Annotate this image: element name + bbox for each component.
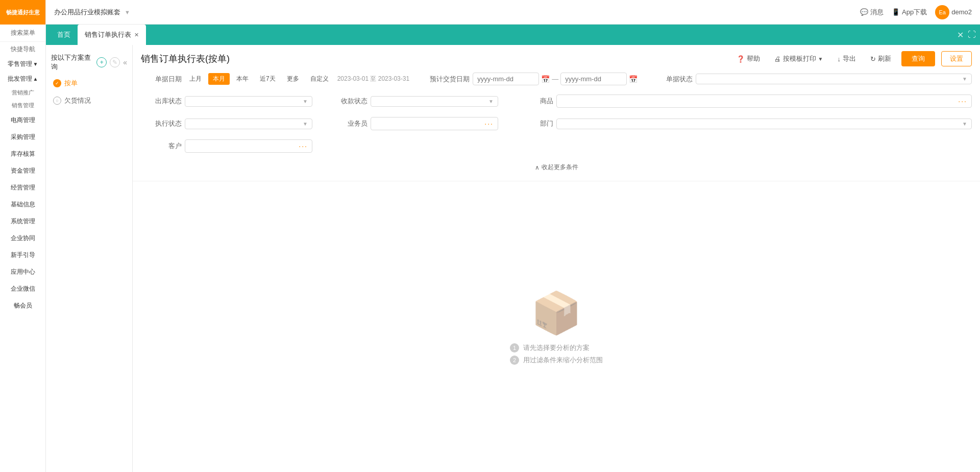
app-download-button[interactable]: 📱 App下载 [892, 8, 927, 17]
date-btn-7days[interactable]: 近7天 [255, 73, 280, 85]
sidebar-item-guide[interactable]: 新手引导 [0, 247, 45, 264]
goods-label: 商品 [512, 97, 553, 106]
page-title: 销售订单执行表(按单) [141, 53, 230, 65]
sidebar-item-sales[interactable]: 销售管理 [0, 99, 45, 112]
tab-sales-order[interactable]: 销售订单执行表 ✕ [78, 25, 146, 45]
export-button[interactable]: ↓ 导出 [834, 52, 861, 65]
sidebar-item-finance[interactable]: 资金管理 [0, 162, 45, 179]
date-btn-current-year[interactable]: 本年 [232, 73, 253, 85]
empty-tip-2: 2 用过滤条件来缩小分析范围 [510, 356, 603, 365]
order-status-chevron-icon: ▼ [962, 76, 967, 82]
sidebar-item-apps[interactable]: 应用中心 [0, 264, 45, 280]
sidebar-search[interactable]: 搜索菜单 [0, 25, 45, 42]
tab-close-icon[interactable]: ✕ [134, 32, 139, 38]
sidebar-item-operations[interactable]: 经营管理 [0, 179, 45, 196]
sidebar-nav-label[interactable]: 快捷导航 [0, 42, 45, 57]
salesperson-label: 业务员 [327, 119, 368, 128]
expected-date-input-group: 📅 — 📅 [473, 73, 638, 85]
sidebar-item-ecommerce[interactable]: 电商管理 [0, 112, 45, 129]
breadcrumb-arrow-icon[interactable]: ▼ [125, 9, 130, 15]
date-range-display: 2023-03-01 至 2023-03-31 [337, 75, 409, 83]
empty-tip-1: 1 请先选择要分析的方案 [510, 343, 603, 352]
add-scheme-button[interactable]: + [96, 57, 107, 67]
sidebar-item-wholesale[interactable]: 批发管理 ▲ [0, 72, 45, 86]
goods-more-button[interactable]: ··· [958, 97, 967, 105]
tab-maximize-icon[interactable]: ⛶ [968, 30, 976, 39]
sidebar-item-enterprise[interactable]: 企业协同 [0, 230, 45, 247]
date-label: 单据日期 [141, 75, 182, 84]
dept-select[interactable]: ▼ [556, 119, 972, 129]
left-panel-actions: + ✎ « [96, 57, 127, 67]
settings-button[interactable]: 设置 [941, 51, 972, 66]
dept-label: 部门 [512, 119, 553, 128]
date-btn-more[interactable]: 更多 [282, 73, 304, 85]
empty-tips: 1 请先选择要分析的方案 2 用过滤条件来缩小分析范围 [510, 343, 603, 365]
sidebar-item-marketing[interactable]: 营销推广 [0, 86, 45, 99]
sidebar-item-system[interactable]: 系统管理 [0, 213, 45, 230]
user-profile[interactable]: Ea demo2 [935, 5, 972, 19]
expected-date-start[interactable] [473, 73, 539, 85]
expected-date-label: 预计交货日期 [424, 75, 470, 84]
expected-date-end[interactable] [560, 73, 627, 85]
tip-1-number: 1 [510, 343, 519, 352]
header-right: 💬 消息 📱 App下载 Ea demo2 [860, 5, 972, 19]
chevron-icon: ▼ [33, 61, 38, 67]
filter-row-3: 执行状态 ▼ 业务员 ··· 部门 [141, 115, 972, 132]
print-button[interactable]: 🖨 按模板打印 ▼ [770, 52, 827, 65]
exec-status-select[interactable]: ▼ [185, 119, 312, 129]
ship-status-chevron-icon: ▼ [303, 99, 308, 104]
edit-scheme-button[interactable]: ✎ [110, 57, 120, 67]
filter-row-2: 出库状态 ▼ 收款状态 ▼ 商品 [141, 92, 972, 110]
message-button[interactable]: 💬 消息 [860, 8, 884, 17]
order-status-select[interactable]: ▼ [696, 74, 972, 84]
customer-label: 客户 [141, 141, 182, 151]
empty-state: 📦 1 请先选择要分析的方案 2 用过滤条件来缩小分析范围 [133, 181, 980, 472]
customer-more-button[interactable]: ··· [299, 142, 308, 150]
filter-cell-goods: 商品 ··· [512, 92, 972, 110]
active-dot-icon: ✓ [53, 79, 61, 87]
tab-home[interactable]: 首页 [50, 25, 78, 45]
sidebar-item-purchase[interactable]: 采购管理 [0, 129, 45, 146]
scheme-item-shortage[interactable]: ○ 欠货情况 [46, 92, 132, 109]
pay-status-select[interactable]: ▼ [371, 96, 498, 107]
collapse-panel-button[interactable]: « [123, 58, 127, 66]
filter-cell-exec-status: 执行状态 ▼ [141, 116, 312, 131]
help-icon: ❓ [737, 55, 745, 63]
search-button[interactable]: 查询 [901, 51, 935, 66]
refresh-icon: ↻ [870, 55, 876, 63]
sidebar-item-member[interactable]: 畅会员 [0, 297, 45, 314]
sidebar-item-wechat[interactable]: 企业微信 [0, 280, 45, 297]
ship-status-select[interactable]: ▼ [185, 96, 312, 107]
export-icon: ↓ [838, 55, 841, 63]
scheme-item-order[interactable]: ✓ 按单 [46, 75, 132, 92]
message-icon: 💬 [860, 8, 868, 16]
dept-chevron-icon: ▼ [962, 121, 967, 127]
left-panel-title: 按以下方案查询 [51, 53, 96, 72]
refresh-button[interactable]: ↻ 刷新 [866, 52, 895, 65]
collapse-up-icon: ∧ [535, 164, 540, 171]
filter-cell-order-status: 单据状态 ▼ [652, 72, 972, 86]
download-icon: 📱 [892, 8, 900, 16]
user-name: demo2 [951, 8, 972, 16]
date-btn-last-month[interactable]: 上月 [185, 73, 206, 85]
date-btn-custom[interactable]: 自定义 [306, 73, 333, 85]
date-btn-current-month[interactable]: 本月 [208, 73, 230, 85]
help-button[interactable]: ❓ 帮助 [732, 52, 764, 65]
calendar-start-icon[interactable]: 📅 [541, 75, 550, 83]
sidebar-item-basic[interactable]: 基础信息 [0, 196, 45, 213]
header-left: 办公用品行业模拟账套 ▼ [54, 8, 130, 17]
salesperson-more-button[interactable]: ··· [484, 120, 494, 128]
collapse-filter-button[interactable]: ∧ 收起更多条件 [141, 160, 972, 175]
page-actions: ❓ 帮助 🖨 按模板打印 ▼ ↓ 导出 ↻ 刷新 [732, 51, 972, 66]
filter-cell-pay-status: 收款状态 ▼ [327, 94, 498, 109]
tab-close-all-icon[interactable]: ✕ [957, 30, 964, 40]
filter-cell-salesperson: 业务员 ··· [327, 115, 498, 132]
breadcrumb-text: 办公用品行业模拟账套 [54, 8, 120, 17]
sidebar-item-inventory[interactable]: 库存核算 [0, 146, 45, 162]
sidebar-item-retail[interactable]: 零售管理 ▼ [0, 57, 45, 72]
inactive-dot-icon: ○ [53, 97, 61, 105]
calendar-end-icon[interactable]: 📅 [629, 75, 638, 83]
tip-1-text: 请先选择要分析的方案 [523, 343, 590, 352]
left-panel: 按以下方案查询 + ✎ « ✓ 按单 ○ [46, 45, 133, 472]
exec-status-label: 执行状态 [141, 119, 182, 128]
